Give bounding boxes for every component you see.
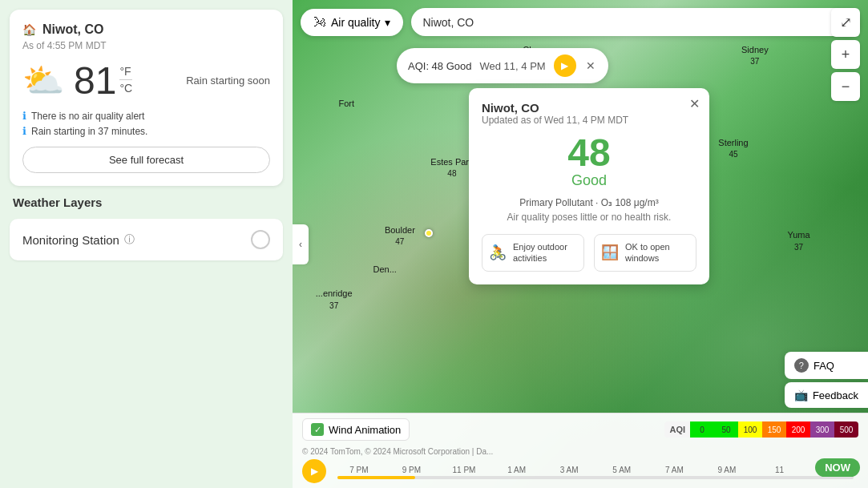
popup-risk: Air quality poses little or no health ri… xyxy=(482,212,696,223)
time-slot-1am: 1 AM xyxy=(491,464,543,476)
monitoring-station-help-icon[interactable]: ⓘ xyxy=(124,232,135,247)
zoom-in-button[interactable]: + xyxy=(831,40,860,69)
time-slot-7am: 7 AM xyxy=(648,464,701,476)
timeline-play-button[interactable]: ▶ xyxy=(302,459,326,483)
aqi-banner: AQI: 48 Good Wed 11, 4 PM ▶ ✕ xyxy=(397,48,608,83)
popup-city: Niwot, CO xyxy=(482,101,696,115)
wind-animation-checkbox: ✓ xyxy=(311,423,324,436)
now-button[interactable]: NOW xyxy=(815,458,860,477)
aqi-banner-value: AQI: 48 Good xyxy=(408,60,472,72)
feedback-label: Feedback xyxy=(813,389,858,401)
faq-button[interactable]: ? FAQ xyxy=(785,352,868,379)
sidebar-toggle-button[interactable]: ‹ xyxy=(293,224,309,264)
see-full-forecast-button[interactable]: See full forecast xyxy=(22,147,270,173)
cycling-icon: 🚴 xyxy=(489,244,507,261)
aqi-banner-play-button[interactable]: ▶ xyxy=(554,54,576,77)
scale-seg-500: 500 xyxy=(834,421,858,438)
side-buttons: ? FAQ 📺 Feedback xyxy=(785,352,868,408)
expand-button[interactable]: ⤢ xyxy=(831,8,860,37)
scale-seg-150: 150 xyxy=(762,421,786,438)
window-activity: 🪟 OK to open windows xyxy=(594,234,696,272)
aqi-banner-date: Wed 11, 4 PM xyxy=(480,60,546,72)
faq-label: FAQ xyxy=(813,360,834,372)
scale-seg-100: 100 xyxy=(738,421,762,438)
scale-seg-200: 200 xyxy=(786,421,810,438)
time-slot-7pm: 7 PM xyxy=(333,464,386,476)
home-icon: 🏠 xyxy=(22,23,36,36)
rain-condition: Rain starting soon xyxy=(186,75,270,87)
left-panel: 🏠 Niwot, CO As of 4:55 PM MDT ⛅ 81 °F °C… xyxy=(0,0,293,488)
scale-seg-50: 50 xyxy=(714,421,738,438)
search-bar[interactable]: Niwot, CO 🔍 xyxy=(411,8,860,36)
feedback-icon: 📺 xyxy=(794,389,808,401)
air-quality-icon: 🌬 xyxy=(313,15,326,30)
monitoring-station-layer[interactable]: Monitoring Station ⓘ xyxy=(10,219,283,260)
popup-updated: Updated as of Wed 11, 4 PM MDT xyxy=(482,115,696,126)
search-text: Niwot, CO xyxy=(422,16,826,29)
temperature-value: 81 xyxy=(74,62,116,100)
weather-city: Niwot, CO xyxy=(42,22,103,37)
map-topbar: 🌬 Air quality ▾ Niwot, CO 🔍 xyxy=(301,8,860,36)
aqi-scale-title: AQI xyxy=(664,425,690,434)
chevron-down-icon: ▾ xyxy=(385,16,390,29)
wind-animation-button[interactable]: ✓ Wind Animation xyxy=(302,418,410,441)
wind-animation-label: Wind Animation xyxy=(329,424,401,436)
alert-text-1: There is no air quality alert xyxy=(31,111,144,122)
scale-seg-300: 300 xyxy=(810,421,834,438)
weather-layers-title: Weather Layers xyxy=(10,196,283,209)
timeline-progress-fill xyxy=(337,476,415,479)
map-attribution: © 2024 TomTom, © 2024 Microsoft Corporat… xyxy=(293,446,868,458)
popup-pollutant: Primary Pollutant · O₃ 108 μg/m³ xyxy=(482,197,696,208)
window-icon: 🪟 xyxy=(601,244,619,261)
temp-unit-c: °C xyxy=(119,82,132,95)
time-slot-11pm: 11 PM xyxy=(438,464,491,476)
window-activity-text: OK to open windows xyxy=(625,241,689,264)
monitoring-station-toggle[interactable] xyxy=(251,230,270,249)
outdoor-activity-text: Enjoy outdoor activities xyxy=(513,241,577,264)
air-quality-button[interactable]: 🌬 Air quality ▾ xyxy=(301,9,403,36)
timeline-progress-bar[interactable] xyxy=(337,476,854,479)
alert-text-2: Rain starting in 37 minutes. xyxy=(31,126,147,137)
outdoor-activity: 🚴 Enjoy outdoor activities xyxy=(482,234,584,272)
monitoring-station-label: Monitoring Station xyxy=(22,233,119,247)
map-area[interactable]: Laramie Cheyenne50 Sidney37 Sterling45 Y… xyxy=(293,0,868,488)
location-popup: ✕ Niwot, CO Updated as of Wed 11, 4 PM M… xyxy=(469,88,709,284)
time-slot-9pm: 9 PM xyxy=(386,464,438,476)
time-slot-9am: 9 AM xyxy=(700,464,753,476)
question-icon: ? xyxy=(794,358,809,373)
weather-card: 🏠 Niwot, CO As of 4:55 PM MDT ⛅ 81 °F °C… xyxy=(10,10,283,186)
temp-unit-f: °F xyxy=(119,65,132,80)
scale-seg-0: 0 xyxy=(690,421,714,438)
weather-condition-icon: ⛅ xyxy=(22,61,64,100)
timeline-row: ▶ 7 PM 9 PM 11 PM 1 AM 3 AM 5 AM 7 AM 9 … xyxy=(293,458,868,488)
time-slot-11: 11 xyxy=(753,464,806,476)
time-slot-5am: 5 AM xyxy=(595,464,648,476)
alert-info-icon-2: ℹ xyxy=(22,125,26,137)
popup-aqi-value: 48 xyxy=(482,134,696,172)
popup-aqi-label: Good xyxy=(482,172,696,189)
bottom-bar: ✓ Wind Animation AQI 0 50 100 150 200 30… xyxy=(293,413,868,488)
zoom-out-button[interactable]: − xyxy=(831,72,860,101)
map-controls: ⤢ + − xyxy=(831,8,860,101)
alert-info-icon-1: ℹ xyxy=(22,110,26,122)
weather-as-of: As of 4:55 PM MDT xyxy=(22,40,270,51)
aqi-banner-close-button[interactable]: ✕ xyxy=(584,59,597,72)
aqi-scale: AQI 0 50 100 150 200 300 500 xyxy=(664,421,858,438)
time-slot-3am: 3 AM xyxy=(543,464,595,476)
air-quality-label: Air quality xyxy=(331,16,380,29)
feedback-button[interactable]: 📺 Feedback xyxy=(785,382,868,408)
popup-close-button[interactable]: ✕ xyxy=(689,96,700,111)
